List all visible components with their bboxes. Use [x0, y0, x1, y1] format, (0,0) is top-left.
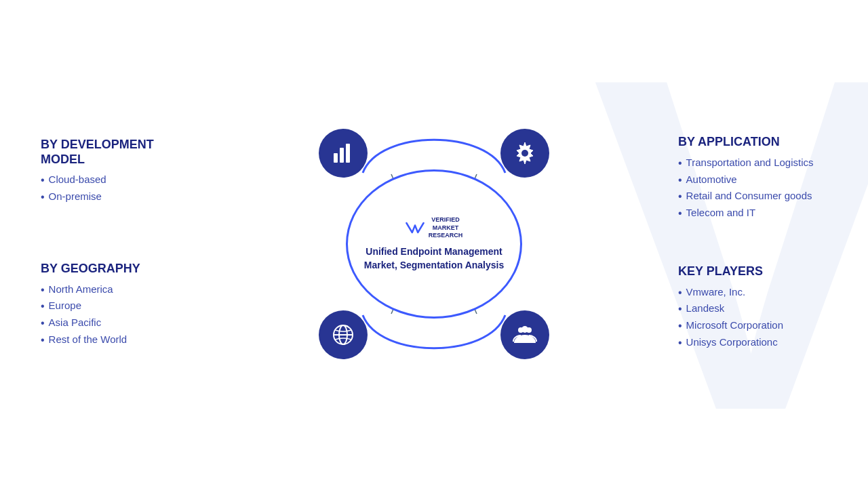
application-section: BY APPLICATION Transportation and Logist… — [678, 135, 848, 224]
vmr-text: VERIFIED MARKET RESEARCH — [429, 216, 463, 240]
development-model-icon — [319, 129, 368, 178]
bar-chart-icon — [331, 141, 355, 165]
vmr-logo: VERIFIED MARKET RESEARCH — [406, 216, 463, 240]
list-item: North America — [41, 283, 190, 298]
key-players-section: KEY PLAYERS Vmware, Inc. Landesk Microso… — [678, 264, 848, 353]
application-list: Transportation and Logistics Automotive … — [678, 157, 848, 221]
application-title: BY APPLICATION — [678, 135, 848, 150]
svg-rect-4 — [334, 153, 338, 163]
list-item: Retail and Consumer goods — [678, 190, 848, 204]
development-model-section: BY DEVELOPMENT MODEL Cloud-based On-prem… — [41, 138, 190, 207]
key-players-icon — [500, 310, 549, 359]
diagram-wrapper: VERIFIED MARKET RESEARCH Unified Endpoin… — [292, 102, 576, 386]
list-item: On-premise — [41, 190, 190, 205]
list-item: Landesk — [678, 302, 848, 317]
gear-icon — [513, 141, 537, 165]
svg-rect-5 — [340, 148, 344, 163]
application-icon — [500, 129, 549, 178]
svg-rect-6 — [346, 144, 350, 163]
list-item: Microsoft Corporation — [678, 319, 848, 333]
list-item: Rest of the World — [41, 333, 190, 348]
list-item: Asia Pacific — [41, 317, 190, 331]
geography-list: North America Europe Asia Pacific Rest o… — [41, 283, 190, 348]
center-title: Unified Endpoint Management Market, Segm… — [361, 245, 507, 272]
list-item: Europe — [41, 300, 190, 314]
list-item: Vmware, Inc. — [678, 286, 848, 300]
development-model-title: BY DEVELOPMENT MODEL — [41, 138, 190, 167]
key-players-title: KEY PLAYERS — [678, 264, 848, 279]
main-container: BY DEVELOPMENT MODEL Cloud-based On-prem… — [0, 0, 868, 488]
svg-point-8 — [521, 150, 528, 157]
geography-icon — [319, 310, 368, 359]
development-model-list: Cloud-based On-premise — [41, 174, 190, 205]
left-column: BY DEVELOPMENT MODEL Cloud-based On-prem… — [0, 138, 190, 350]
globe-icon — [331, 323, 355, 347]
geography-title: BY GEOGRAPHY — [41, 262, 190, 277]
right-column: BY APPLICATION Transportation and Logist… — [678, 135, 868, 353]
list-item: Telecom and IT — [678, 207, 848, 221]
key-players-list: Vmware, Inc. Landesk Microsoft Corporati… — [678, 286, 848, 350]
group-icon — [513, 323, 537, 347]
svg-point-14 — [521, 326, 528, 333]
list-item: Transportation and Logistics — [678, 157, 848, 171]
center-oval: VERIFIED MARKET RESEARCH Unified Endpoin… — [346, 169, 522, 319]
list-item: Cloud-based — [41, 174, 190, 188]
list-item: Unisys Corporationc — [678, 336, 848, 350]
center-diagram: VERIFIED MARKET RESEARCH Unified Endpoin… — [190, 102, 678, 386]
geography-section: BY GEOGRAPHY North America Europe Asia P… — [41, 262, 190, 350]
list-item: Automotive — [678, 174, 848, 188]
vmr-logo-icon — [406, 220, 425, 235]
